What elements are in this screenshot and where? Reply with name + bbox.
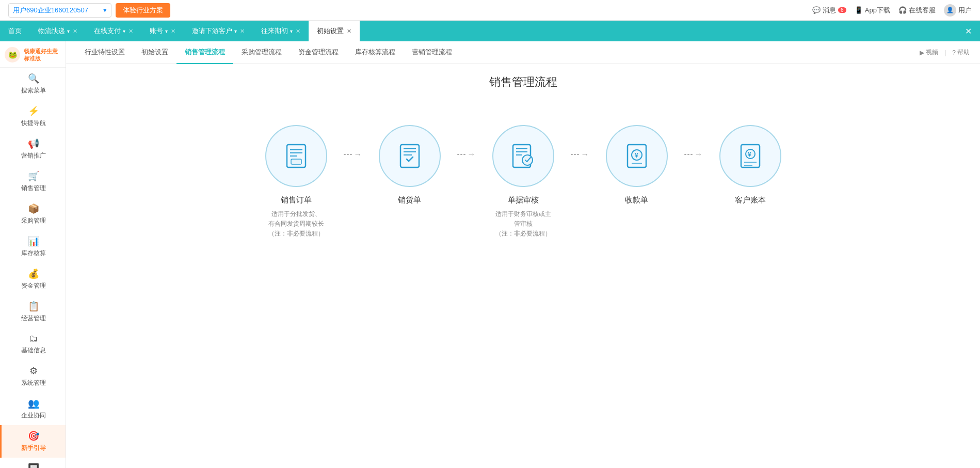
guide-icon: 🎯 — [28, 430, 39, 442]
close-icon[interactable]: ✕ — [128, 28, 133, 35]
sales-icon: 🛒 — [28, 170, 39, 182]
flow-diagram: 销售订单 适用于分批发货、有合同发货周期较长（注：非必要流程） → — [87, 115, 959, 260]
sidebar-item-search[interactable]: 🔍 搜索菜单 — [0, 68, 66, 100]
main-content: 行业特性设置 初始设置 销售管理流程 采购管理流程 资金管理流程 库存核算流程 — [66, 41, 980, 468]
flow-step-sales-order: 销售订单 适用于分批发货、有合同发货周期较长（注：非必要流程） — [255, 125, 338, 239]
close-icon[interactable]: ✕ — [296, 28, 300, 35]
online-service-button[interactable]: 🎧 在线客服 — [898, 6, 936, 15]
top-bar: 用户690企业1660120507 ▾ 体验行业方案 💬 消息 6 📱 App下… — [0, 0, 980, 21]
flash-icon: ⚡ — [28, 105, 39, 117]
chevron-down-icon: ▾ — [123, 28, 125, 34]
sidebar-item-newbie-guide[interactable]: 🎯 新手引导 — [0, 425, 66, 458]
arrow-2: → — [451, 125, 482, 159]
purchase-icon: 📦 — [28, 203, 39, 214]
finance-icon: 💰 — [28, 268, 39, 279]
subtab-marketing-flow[interactable]: 营销管理流程 — [404, 41, 460, 64]
subtab-initial[interactable]: 初始设置 — [133, 41, 176, 64]
subtab-inventory-flow[interactable]: 库存核算流程 — [347, 41, 404, 64]
avatar: 👤 — [944, 4, 956, 17]
subtab-purchase-flow[interactable]: 采购管理流程 — [233, 41, 290, 64]
sidebar-item-sales[interactable]: 🛒 销售管理 — [0, 165, 66, 198]
app-download-button[interactable]: 📱 App下载 — [855, 6, 890, 15]
close-icon[interactable]: ✕ — [171, 28, 175, 35]
help-icon: ? — [952, 49, 956, 56]
chevron-down-icon: ▾ — [165, 28, 168, 34]
nav-tab-account[interactable]: 账号 ▾ ✕ — [141, 21, 184, 41]
nav-tab-home[interactable]: 首页 — [0, 21, 30, 41]
svg-rect-6 — [291, 159, 301, 164]
sales-delivery-icon — [395, 142, 424, 170]
sub-tabs: 行业特性设置 初始设置 销售管理流程 采购管理流程 资金管理流程 库存核算流程 — [66, 41, 980, 64]
sales-order-icon — [282, 142, 311, 170]
operations-icon: 📋 — [28, 301, 39, 312]
chevron-down-icon: ▾ — [234, 28, 237, 34]
logo-text: 畅康通好生意 标准版 — [24, 48, 58, 63]
subtab-industry[interactable]: 行业特性设置 — [76, 41, 133, 64]
marketing-icon: 📢 — [28, 138, 39, 149]
video-link[interactable]: ▶ 视频 — [920, 48, 938, 57]
close-icon[interactable]: ✕ — [240, 28, 245, 35]
close-icon[interactable]: ✕ — [347, 28, 351, 35]
message-badge: 6 — [838, 7, 846, 13]
app-icon: 🔲 — [28, 463, 39, 468]
nav-tab-initial-setup[interactable]: 初始设置 ✕ — [309, 21, 360, 41]
close-all-tabs-button[interactable]: ✕ — [961, 26, 976, 36]
svg-text:🐸: 🐸 — [8, 51, 18, 59]
flow-label-sales-order: 销售订单 — [281, 195, 312, 205]
close-icon[interactable]: ✕ — [73, 28, 77, 35]
flow-label-doc-review: 单据审核 — [508, 195, 539, 205]
flow-circle-customer-account[interactable]: ¥ — [719, 125, 781, 187]
flow-label-customer-account: 客户账本 — [735, 195, 766, 205]
sidebar-item-marketing[interactable]: 📢 营销推广 — [0, 133, 66, 165]
flow-desc-doc-review: 适用于财务审核或主管审核（注：非必要流程） — [495, 209, 551, 239]
sidebar-item-app-center[interactable]: 🔲 应用中心 — [0, 458, 66, 468]
sidebar-item-basic-info[interactable]: 🗂 基础信息 — [0, 328, 66, 360]
video-icon: ▶ — [920, 49, 924, 56]
chevron-down-icon: ▾ — [290, 28, 293, 34]
flow-circle-receipt[interactable]: ¥ — [606, 125, 668, 187]
flow-label-sales-delivery: 销货单 — [398, 195, 421, 205]
flow-circle-sales-order[interactable] — [265, 125, 327, 187]
customer-account-icon: ¥ — [736, 142, 765, 170]
collab-icon: 👥 — [28, 398, 39, 409]
flow-step-customer-account: ¥ 客户账本 — [709, 125, 792, 209]
message-icon: 💬 — [812, 6, 821, 14]
sidebar-item-finance[interactable]: 💰 资金管理 — [0, 263, 66, 295]
sub-tabs-actions: ▶ 视频 | ? 帮助 — [920, 48, 970, 57]
gear-icon: ⚙ — [29, 365, 38, 377]
svg-rect-7 — [400, 145, 419, 167]
trial-button[interactable]: 体验行业方案 — [116, 3, 170, 18]
svg-point-15 — [522, 155, 533, 165]
flow-circle-sales-delivery[interactable] — [379, 125, 441, 187]
user-avatar-button[interactable]: 👤 用户 — [944, 4, 972, 17]
sub-tabs-list: 行业特性设置 初始设置 销售管理流程 采购管理流程 资金管理流程 库存核算流程 — [76, 41, 460, 64]
sidebar-item-inventory[interactable]: 📊 库存核算 — [0, 230, 66, 263]
sidebar-item-quick-nav[interactable]: ⚡ 快捷导航 — [0, 100, 66, 133]
nav-tab-period[interactable]: 往来期初 ▾ ✕ — [253, 21, 309, 41]
subtab-sales-flow[interactable]: 销售管理流程 — [176, 41, 233, 64]
help-link[interactable]: ? 帮助 — [952, 48, 970, 57]
inventory-icon: 📊 — [28, 236, 39, 247]
sidebar-item-purchase[interactable]: 📦 采购管理 — [0, 198, 66, 230]
subtab-finance-flow[interactable]: 资金管理流程 — [290, 41, 347, 64]
nav-tab-logistics[interactable]: 物流快递 ▾ ✕ — [30, 21, 86, 41]
user-selector[interactable]: 用户690企业1660120507 ▾ — [8, 3, 111, 18]
nav-tab-invite[interactable]: 邀请下游客户 ▾ ✕ — [184, 21, 253, 41]
sidebar-item-enterprise-collab[interactable]: 👥 企业协同 — [0, 393, 66, 425]
sidebar: 🐸 畅康通好生意 标准版 🔍 搜索菜单 ⚡ 快捷导航 📢 营销推广 🛒 销售管理… — [0, 41, 66, 468]
user-label: 用户690企业1660120507 — [13, 6, 88, 15]
arrow-3: → — [565, 125, 596, 159]
flow-circle-doc-review[interactable] — [492, 125, 554, 187]
sidebar-logo: 🐸 畅康通好生意 标准版 — [0, 41, 66, 68]
nav-tab-payment[interactable]: 在线支付 ▾ ✕ — [86, 21, 141, 41]
page-content: 销售管理流程 销售订单 适用于分批发货、有合同 — [66, 64, 980, 468]
download-icon: 📱 — [855, 6, 863, 14]
sidebar-item-system[interactable]: ⚙ 系统管理 — [0, 360, 66, 393]
sidebar-item-operations[interactable]: 📋 经营管理 — [0, 295, 66, 328]
flow-step-receipt: ¥ 收款单 — [596, 125, 678, 209]
page-title: 销售管理流程 — [87, 74, 959, 90]
message-button[interactable]: 💬 消息 6 — [812, 6, 846, 15]
svg-text:¥: ¥ — [748, 151, 751, 158]
search-icon: 🔍 — [28, 73, 39, 84]
arrow-1: → — [338, 125, 368, 159]
